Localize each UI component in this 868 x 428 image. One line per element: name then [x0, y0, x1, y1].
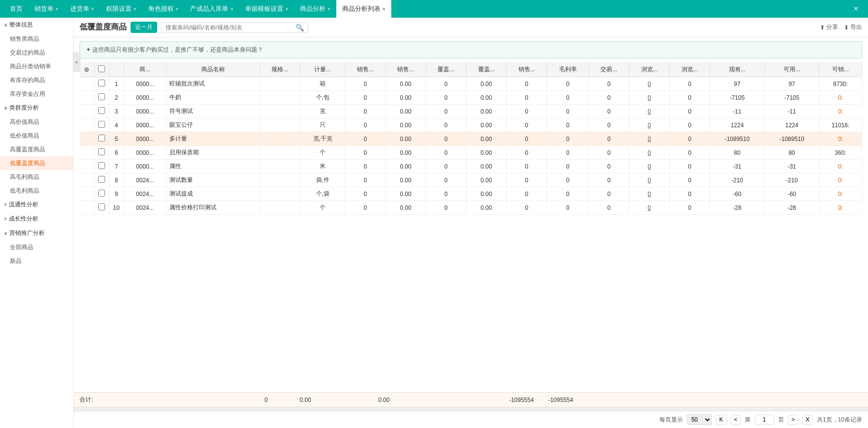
nav-item-商品分析列表[interactable]: 商品分析列表 ×: [336, 0, 391, 18]
col-sales-amt[interactable]: 销售...: [385, 62, 426, 77]
row-checkbox[interactable]: [98, 162, 105, 169]
col-transaction[interactable]: 交易...: [589, 62, 629, 77]
window-close-button[interactable]: ×: [848, 4, 864, 13]
row-checkbox[interactable]: [98, 176, 105, 183]
cell-view-link[interactable]: 0: [629, 187, 670, 201]
row-checkbox[interactable]: [98, 135, 105, 142]
col-spec[interactable]: 规格...: [260, 62, 300, 77]
row-checkbox[interactable]: [98, 203, 105, 210]
cell-data: -11: [764, 105, 819, 118]
cell-view-link[interactable]: 0: [629, 201, 670, 215]
sidebar-section-类群度分析[interactable]: ∨类群度分析: [0, 101, 73, 115]
nav-item-角色授权[interactable]: 角色授权 ×: [142, 0, 185, 18]
next-page-button[interactable]: >: [788, 415, 798, 425]
page-number-input[interactable]: [755, 415, 774, 425]
cell-data: 0024...: [124, 173, 166, 187]
sidebar-item-商品分类动销率[interactable]: 商品分类动销率: [0, 59, 73, 73]
total-records-label: 共1页，10条记录: [817, 416, 862, 424]
nav-item-首页[interactable]: 首页: [4, 0, 28, 18]
col-view2[interactable]: 浏览...: [670, 62, 710, 77]
last-page-button[interactable]: X: [802, 415, 813, 425]
cell-view-link[interactable]: 0: [629, 118, 670, 132]
sidebar-item-销售类商品[interactable]: 销售类商品: [0, 32, 73, 46]
sidebar-item-高覆盖度商品[interactable]: 高覆盖度商品: [0, 143, 73, 156]
cell-view-link[interactable]: 0: [629, 132, 670, 146]
col-unit[interactable]: 计量...: [300, 62, 345, 77]
per-page-select[interactable]: 2050100200: [687, 414, 712, 425]
nav-item-销货单[interactable]: 销货单 ×: [28, 0, 64, 18]
col-coverage1[interactable]: 覆盖...: [426, 62, 466, 77]
nav-item-单据模板设置[interactable]: 单据模板设置 ×: [239, 0, 294, 18]
sidebar-collapse-button[interactable]: «: [73, 52, 81, 72]
cell-data: 0: [670, 160, 710, 173]
cell-view-link[interactable]: 0: [629, 91, 670, 105]
select-all-checkbox[interactable]: [98, 65, 105, 72]
nav-close-商品分析[interactable]: ×: [327, 6, 330, 12]
prev-page-button[interactable]: <: [731, 415, 741, 425]
col-name[interactable]: 商品名称: [166, 62, 260, 77]
nav-close-单据模板设置[interactable]: ×: [285, 6, 288, 12]
checkbox-col-header[interactable]: [94, 62, 109, 77]
cell-view-link[interactable]: 0: [629, 105, 670, 118]
cell-data: 0: [345, 91, 385, 105]
nav-close-商品分析列表[interactable]: ×: [382, 6, 385, 12]
cell-data: 0: [547, 91, 589, 105]
col-view1[interactable]: 浏览...: [629, 62, 670, 77]
table-row: 30000...符号测试克00.0000.0000000-11-110:: [80, 105, 862, 118]
sidebar-item-低覆盖度商品[interactable]: 低覆盖度商品: [0, 156, 73, 170]
cell-view-link[interactable]: 0: [629, 160, 670, 173]
sidebar-section-成长性分析[interactable]: >成长性分析: [0, 212, 73, 226]
nav-item-商品分析[interactable]: 商品分析 ×: [294, 0, 336, 18]
sidebar-item-有库存的商品[interactable]: 有库存的商品: [0, 73, 73, 87]
sidebar-item-低毛利商品[interactable]: 低毛利商品: [0, 184, 73, 198]
nav-item-进货单[interactable]: 进货单 ×: [64, 0, 100, 18]
col-coverage2[interactable]: 覆盖...: [466, 62, 506, 77]
sidebar-item-库存资金占用[interactable]: 库存资金占用: [0, 87, 73, 101]
row-checkbox[interactable]: [98, 80, 105, 86]
sidebar-item-高价值商品[interactable]: 高价值商品: [0, 115, 73, 129]
cell-data: [260, 91, 300, 105]
col-current-stock[interactable]: 现有...: [710, 62, 764, 77]
cell-data: 0.00: [385, 187, 426, 201]
col-available-stock[interactable]: 可用...: [764, 62, 819, 77]
sidebar-item-新品[interactable]: 新品: [0, 254, 73, 268]
share-button[interactable]: ⬆ 分享: [820, 23, 838, 31]
nav-close-角色授权[interactable]: ×: [176, 6, 179, 12]
row-checkbox[interactable]: [98, 93, 105, 100]
row-checkbox[interactable]: [98, 148, 105, 155]
first-page-button[interactable]: K: [716, 415, 727, 425]
cell-data: 0: [426, 173, 466, 187]
sidebar-item-交易过的商品[interactable]: 交易过的商品: [0, 46, 73, 59]
nav-close-权限设置[interactable]: ×: [134, 6, 136, 12]
sidebar-section-整体信息[interactable]: ∨整体信息: [0, 18, 73, 32]
cell-view-link[interactable]: 0: [629, 77, 670, 91]
settings-col-header[interactable]: ⚙: [80, 62, 94, 77]
nav-item-产成品入库单[interactable]: 产成品入库单 ×: [184, 0, 239, 18]
export-button[interactable]: ⬇ 导出: [844, 23, 862, 31]
nav-close-进货单[interactable]: ×: [91, 6, 94, 12]
row-checkbox[interactable]: [98, 190, 105, 197]
horizontal-scrollbar[interactable]: [74, 407, 868, 411]
sidebar-item-低价值商品[interactable]: 低价值商品: [0, 129, 73, 143]
row-checkbox[interactable]: [98, 107, 105, 114]
col-sales-qty[interactable]: 销售...: [345, 62, 385, 77]
sidebar-item-全部商品[interactable]: 全部商品: [0, 240, 73, 254]
nav-close-产成品入库单[interactable]: ×: [230, 6, 233, 12]
sidebar-section-流通性分析[interactable]: >流通性分析: [0, 198, 73, 212]
col-gross-margin[interactable]: 毛利率: [547, 62, 589, 77]
row-checkbox[interactable]: [98, 121, 105, 128]
nav-item-权限设置[interactable]: 权限设置 ×: [100, 0, 142, 18]
nav-close-销货单[interactable]: ×: [55, 6, 58, 12]
sidebar-item-高毛利商品[interactable]: 高毛利商品: [0, 170, 73, 184]
cell-view-link[interactable]: 0: [629, 173, 670, 187]
table-container[interactable]: ⚙ 商... 商品名称 规格... 计量... 销售... 销售... 覆盖..…: [74, 62, 868, 392]
col-sales-other[interactable]: 销售...: [507, 62, 547, 77]
col-saleable[interactable]: 可销...: [819, 62, 862, 77]
col-code[interactable]: 商...: [124, 62, 166, 77]
date-filter-recent-month[interactable]: 近一月: [131, 22, 157, 33]
cell-data: 袋,件: [300, 173, 345, 187]
search-input[interactable]: [165, 24, 296, 31]
cell-data: 箱: [300, 77, 345, 91]
sidebar-section-营销推广分析[interactable]: ∨营销推广分析: [0, 226, 73, 240]
cell-view-link[interactable]: 0: [629, 146, 670, 160]
